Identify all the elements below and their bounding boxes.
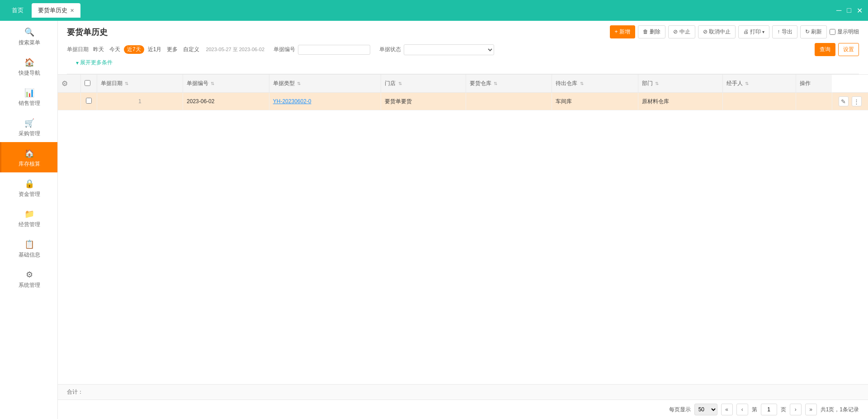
- sort-reqwarehouse-icon[interactable]: ⇅: [494, 81, 497, 86]
- th-date: 单据日期 ⇅: [97, 75, 183, 93]
- print-label: 🖨 打印: [743, 28, 761, 36]
- shortcut-today[interactable]: 今天: [108, 45, 122, 54]
- shortcut-more[interactable]: 更多: [165, 45, 179, 54]
- shortcut-1month[interactable]: 近1月: [146, 45, 164, 54]
- sales-icon: 📊: [24, 88, 34, 98]
- date-filter-group: 单据日期 昨天 今天 近7天 近1月 更多 自定义 2023-05-27 至 2…: [67, 45, 264, 54]
- sidebar-item-purchase[interactable]: 🛒 采购管理: [0, 112, 57, 142]
- prev-page-button[interactable]: ‹: [736, 404, 748, 415]
- th-reqwarehouse: 要货仓库 ⇅: [466, 75, 552, 93]
- table-header-row: ⚙ 单据日期 ⇅ 单据编号 ⇅: [58, 75, 868, 93]
- filter-row: 单据日期 昨天 今天 近7天 近1月 更多 自定义 2023-05-27 至 2…: [67, 43, 859, 56]
- th-doctype-label: 单据类型: [273, 80, 295, 86]
- sort-date-icon[interactable]: ⇅: [125, 81, 128, 86]
- table-wrapper: ⚙ 单据日期 ⇅ 单据编号 ⇅: [58, 75, 868, 384]
- status-select[interactable]: [404, 44, 494, 55]
- date-filter-label: 单据日期: [67, 46, 89, 53]
- pagination-bar: 每页显示 50 100 200 « ‹ 第 页 › » 共1页，1条记录: [58, 400, 868, 419]
- new-button[interactable]: + 新增: [610, 25, 635, 38]
- tab-close-icon[interactable]: ✕: [70, 8, 74, 14]
- th-docno: 单据编号 ⇅: [183, 75, 269, 93]
- select-all-checkbox[interactable]: [85, 80, 90, 86]
- tab-home[interactable]: 首页: [5, 3, 30, 18]
- shortcut-yesterday[interactable]: 昨天: [91, 45, 106, 54]
- sort-pendwarehouse-icon[interactable]: ⇅: [580, 81, 584, 86]
- sidebar-item-sales[interactable]: 📊 销售管理: [0, 81, 57, 112]
- row-more-button[interactable]: ⋮: [852, 96, 862, 106]
- close-button[interactable]: ✕: [857, 6, 863, 15]
- tab-list: 首页 要货单历史 ✕: [5, 3, 836, 18]
- expand-filter-button[interactable]: ▾ 展开更多条件: [76, 59, 859, 67]
- sidebar-item-inventory-label: 库存核算: [19, 160, 40, 168]
- th-ops: 操作: [796, 75, 832, 93]
- print-chevron-icon: ▾: [762, 29, 764, 34]
- sort-doctype-icon[interactable]: ⇅: [297, 81, 301, 86]
- date-shortcuts: 昨天 今天 近7天 近1月 更多 自定义: [91, 45, 201, 54]
- row-docno-link[interactable]: YH-20230602-0: [273, 98, 311, 105]
- sidebar-item-finance[interactable]: 🔒 资金管理: [0, 172, 57, 203]
- system-icon: ⚙: [26, 270, 33, 280]
- row-date-cell: 2023-06-02: [183, 93, 269, 110]
- sort-docno-icon[interactable]: ⇅: [211, 81, 214, 86]
- show-detail-toggle[interactable]: 显示明细: [830, 28, 859, 36]
- sidebar-item-search-menu[interactable]: 🔍 搜索菜单: [0, 21, 57, 51]
- th-handler-label: 经手人: [726, 80, 743, 86]
- settings-button[interactable]: 设置: [838, 43, 859, 56]
- th-pendwarehouse: 待出仓库 ⇅: [552, 75, 638, 93]
- sidebar-item-basic-info[interactable]: 📋 基础信息: [0, 233, 57, 263]
- tab-home-label: 首页: [12, 6, 24, 14]
- stop-button[interactable]: ⊘ 中止: [668, 25, 695, 38]
- show-detail-checkbox[interactable]: [830, 29, 835, 35]
- status-label: 单据状态: [379, 46, 401, 53]
- sort-store-icon[interactable]: ⇅: [398, 81, 402, 86]
- docno-input[interactable]: [298, 45, 370, 55]
- delete-button[interactable]: 🗑 删除: [638, 25, 665, 38]
- th-date-label: 单据日期: [101, 80, 123, 86]
- row-checkbox[interactable]: [86, 98, 92, 104]
- shortcut-7days[interactable]: 近7天: [124, 45, 144, 54]
- row-edit-button[interactable]: ✎: [839, 96, 849, 106]
- sidebar-item-system[interactable]: ⚙ 系统管理: [0, 263, 57, 294]
- row-settings-cell: [58, 93, 80, 110]
- table-body: 1 2023-06-02 YH-20230602-0 要货单要货 车间库 原材料…: [58, 93, 868, 110]
- sort-dept-icon[interactable]: ⇅: [655, 81, 659, 86]
- shortcut-custom[interactable]: 自定义: [181, 45, 201, 54]
- per-page-label: 每页显示: [669, 406, 691, 414]
- sidebar-item-sales-label: 销售管理: [19, 100, 40, 107]
- expand-chevron-icon: ▾: [76, 60, 79, 66]
- page-title: 要货单历史: [67, 27, 108, 38]
- per-page-select[interactable]: 50 100 200: [694, 404, 717, 415]
- first-page-button[interactable]: «: [721, 404, 733, 415]
- export-button[interactable]: ↑ 导出: [772, 25, 797, 38]
- tab-history-label: 要货单历史: [38, 6, 67, 14]
- query-button[interactable]: 查询: [815, 43, 835, 56]
- minimize-button[interactable]: ─: [836, 6, 841, 14]
- page-suffix: 页: [781, 406, 786, 414]
- last-page-button[interactable]: »: [805, 404, 817, 415]
- row-ops-cell: ✎ ⋮: [832, 93, 868, 110]
- cancel-stop-button[interactable]: ⊘ 取消中止: [698, 25, 736, 38]
- maximize-button[interactable]: □: [847, 6, 851, 14]
- th-check: [80, 75, 97, 93]
- next-page-button[interactable]: ›: [790, 404, 802, 415]
- th-reqwarehouse-label: 要货仓库: [470, 80, 491, 86]
- tab-history[interactable]: 要货单历史 ✕: [32, 3, 80, 18]
- sidebar-item-quick-label: 快捷导航: [19, 69, 40, 77]
- th-store-label: 门店: [385, 80, 396, 86]
- th-docno-label: 单据编号: [187, 80, 208, 86]
- row-handler-cell: [796, 93, 832, 110]
- print-button[interactable]: 🖨 打印 ▾: [738, 25, 769, 38]
- sidebar-item-inventory[interactable]: 🏠 库存核算: [0, 142, 57, 172]
- page-label: 第: [752, 406, 757, 414]
- sidebar-item-quick-nav[interactable]: 🏠 快捷导航: [0, 51, 57, 81]
- row-check-cell: [80, 93, 97, 110]
- th-handler: 经手人 ⇅: [723, 75, 796, 93]
- th-ops-label: 操作: [800, 80, 811, 86]
- refresh-button[interactable]: ↻ 刷新: [800, 25, 827, 38]
- sort-handler-icon[interactable]: ⇅: [745, 81, 749, 86]
- page-number-input[interactable]: [761, 404, 777, 415]
- data-table: ⚙ 单据日期 ⇅ 单据编号 ⇅: [58, 75, 868, 110]
- table-settings-button[interactable]: ⚙: [61, 79, 68, 88]
- sidebar-item-operation[interactable]: 📁 经营管理: [0, 203, 57, 233]
- sidebar-item-system-label: 系统管理: [19, 281, 40, 289]
